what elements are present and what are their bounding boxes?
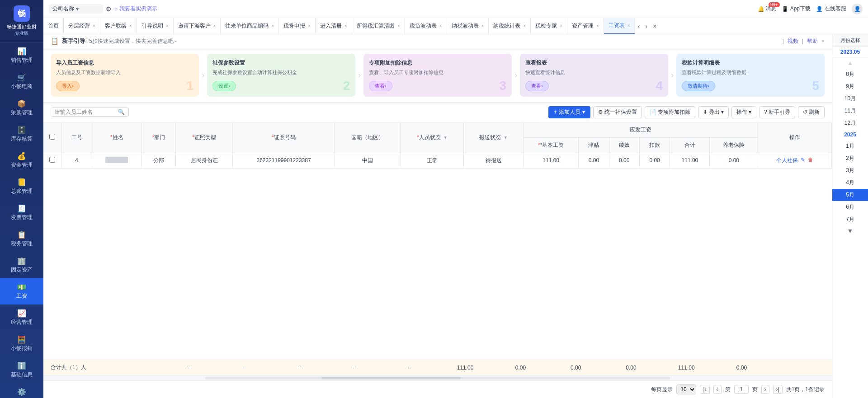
report-filter-icon[interactable]: ▼ [503, 135, 508, 140]
tab-close-icon[interactable]: × [439, 23, 442, 28]
step-3-button[interactable]: 查看› [369, 81, 392, 91]
search-input-wrap[interactable]: 🔍 [51, 108, 129, 117]
guide-video-btn[interactable]: 视频 [788, 37, 798, 45]
tab-layered[interactable]: 分层经营 × [64, 18, 100, 34]
sidebar-item-system[interactable]: ⚙️ 系统管理 [0, 383, 43, 398]
month-item-6[interactable]: 6月 [832, 201, 868, 213]
tab-income-tax[interactable]: 所得税汇算清缴 × [352, 18, 405, 34]
tab-tax-stats[interactable]: 纳税统计表 × [489, 18, 531, 34]
tab-tax-fluctuation[interactable]: 纳税波动表 × [447, 18, 489, 34]
demo-button[interactable]: ○ 我要看实例演示 [114, 5, 157, 13]
sidebar-item-payroll[interactable]: 💵 工资 [0, 278, 43, 304]
sidebar-item-finance[interactable]: 💰 资金管理 [0, 147, 43, 173]
app-download-button[interactable]: 📱 App下载 [782, 5, 811, 13]
step-4-button[interactable]: 查看› [525, 81, 549, 91]
tab-invite[interactable]: 邀请下游客户 × [174, 18, 221, 34]
sidebar-item-invoice[interactable]: 🧾 发票管理 [0, 200, 43, 226]
special-deduction-button[interactable]: 📄 专项附加扣除 [645, 106, 695, 118]
month-item-1[interactable]: 1月 [832, 140, 868, 152]
tab-product-code[interactable]: 往来单位商品编码 × [221, 18, 279, 34]
settings-button[interactable]: ⚙ [106, 5, 112, 13]
sidebar-item-basic[interactable]: ℹ️ 基础信息 [0, 357, 43, 383]
refresh-button[interactable]: ↺ 刷新 [798, 106, 825, 118]
month-item-9[interactable]: 9月 [832, 80, 868, 93]
tab-close-icon[interactable]: × [596, 23, 599, 28]
personal-social-security-link[interactable]: 个人社保 [776, 157, 798, 164]
search-input[interactable] [55, 109, 118, 115]
month-item-12[interactable]: 12月 [832, 117, 868, 129]
step-1-button[interactable]: 导入› [56, 81, 80, 91]
select-all-checkbox[interactable] [49, 134, 55, 140]
last-page-button[interactable]: ›| [773, 385, 783, 394]
tab-close-icon[interactable]: × [627, 23, 630, 28]
tab-tax-burden[interactable]: 税负波动表 × [405, 18, 447, 34]
tab-asset-manage[interactable]: 资产管理 × [567, 18, 604, 34]
sidebar-item-tax[interactable]: 📋 税务管理 [0, 226, 43, 252]
sidebar-item-ecommerce[interactable]: 🛒 小畅电商 [0, 69, 43, 95]
tab-close-icon[interactable]: × [397, 23, 400, 28]
export-button[interactable]: ⬇ 导出 ▾ [698, 106, 729, 118]
guide-help-btn[interactable]: 帮助 [807, 37, 818, 45]
new-guide-button[interactable]: ? 新手引导 [759, 106, 795, 118]
tab-tax-report[interactable]: 税务申报 × [279, 18, 316, 34]
tab-home[interactable]: 首页 [43, 18, 64, 34]
delete-icon[interactable]: 🗑 [808, 157, 813, 164]
tab-close-icon[interactable]: × [271, 23, 274, 28]
sidebar-item-assets[interactable]: 🏢 固定资产 [0, 252, 43, 278]
status-filter-icon[interactable]: ▼ [443, 135, 448, 140]
tab-close-icon[interactable]: × [560, 23, 562, 28]
page-size-select[interactable]: 10 20 50 [676, 384, 696, 394]
tab-close-all-button[interactable]: × [650, 23, 659, 30]
month-item-8[interactable]: 8月 [832, 68, 868, 80]
month-up-button[interactable]: ▲ [845, 58, 855, 67]
top-bar-left: 公司名称 ▾ ⚙ ○ 我要看实例演示 [49, 4, 157, 14]
sidebar-item-operations[interactable]: 📈 经营管理 [0, 304, 43, 331]
settings-icon: ⚙ [598, 109, 603, 115]
action-button[interactable]: 操作 ▾ [731, 106, 756, 118]
tab-next-button[interactable]: › [642, 23, 650, 30]
sidebar-item-expense[interactable]: 🧮 小畅报销 [0, 331, 43, 357]
tab-tax-expert[interactable]: 税检专家 × [531, 18, 567, 34]
tab-close-icon[interactable]: × [344, 23, 347, 28]
month-item-4[interactable]: 4月 [832, 177, 868, 189]
month-item-11[interactable]: 11月 [832, 105, 868, 117]
edit-icon[interactable]: ✎ [801, 157, 805, 164]
tab-client[interactable]: 客户联络 × [100, 18, 137, 34]
row-checkbox[interactable] [49, 157, 55, 163]
step-2-button[interactable]: 设置› [212, 81, 236, 91]
month-item-10[interactable]: 10月 [832, 93, 868, 105]
month-down-button[interactable]: ▼ [845, 226, 855, 235]
tab-prev-button[interactable]: ‹ [635, 23, 643, 30]
tab-close-icon[interactable]: × [481, 23, 484, 28]
sidebar-item-inventory[interactable]: 🗄️ 库存核算 [0, 121, 43, 147]
tab-close-icon[interactable]: × [129, 23, 132, 28]
first-page-button[interactable]: |‹ [700, 385, 709, 394]
sidebar-item-purchase[interactable]: 📦 采购管理 [0, 95, 43, 121]
month-item-3[interactable]: 3月 [832, 164, 868, 177]
tab-close-icon[interactable]: × [213, 23, 216, 28]
company-selector[interactable]: 公司名称 ▾ [49, 4, 103, 14]
user-avatar[interactable]: 👤 [852, 4, 863, 14]
guide-close-btn[interactable]: × [821, 38, 825, 44]
tab-payroll[interactable]: 工资表 × [604, 18, 635, 34]
notification-button[interactable]: 🔔 消息 99+ [758, 5, 776, 13]
page-input[interactable] [734, 385, 749, 394]
tab-close-icon[interactable]: × [93, 23, 95, 28]
next-page-button[interactable]: › [761, 385, 769, 394]
online-service-button[interactable]: 👤 在线客服 [816, 5, 846, 13]
tab-close-icon[interactable]: × [308, 23, 311, 28]
sidebar-item-sales[interactable]: 📊 销售管理 [0, 42, 43, 69]
tab-close-icon[interactable]: × [166, 23, 169, 28]
tab-guide-desc[interactable]: 引导说明 × [137, 18, 174, 34]
tab-clearance[interactable]: 进入清册 × [316, 18, 352, 34]
step-5-button[interactable]: 敬请期待› [682, 81, 715, 91]
month-panel-year[interactable]: 2023.05 [832, 47, 868, 57]
add-employee-button[interactable]: + 添加人员 ▾ [548, 106, 590, 118]
sidebar-item-ledger[interactable]: 📒 总账管理 [0, 173, 43, 200]
month-item-2[interactable]: 2月 [832, 152, 868, 164]
social-security-button[interactable]: ⚙ 统一社保设置 [593, 106, 642, 118]
tab-close-icon[interactable]: × [523, 23, 526, 28]
month-item-5[interactable]: 5月 [832, 189, 868, 201]
month-item-7[interactable]: 7月 [832, 213, 868, 225]
prev-page-button[interactable]: ‹ [713, 385, 722, 394]
